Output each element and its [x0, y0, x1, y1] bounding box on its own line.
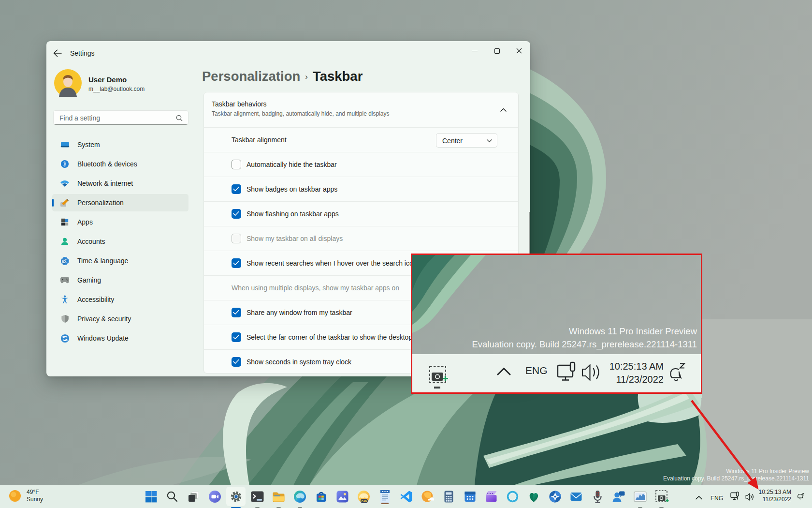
svg-text:CAN: CAN	[361, 499, 367, 502]
